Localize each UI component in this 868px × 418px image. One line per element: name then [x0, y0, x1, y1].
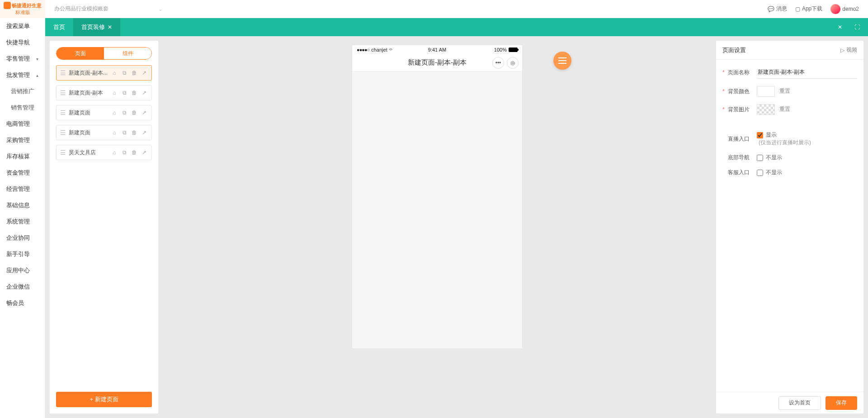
sidebar-item-wholesale[interactable]: 批发管理▴ [0, 67, 45, 83]
sidebar: 搜索菜单 快捷导航 零售管理▾ 批发管理▴ 营销推广 销售管理 电商管理 采购管… [0, 18, 45, 418]
seg-page[interactable]: 页面 [57, 48, 104, 59]
sidebar-item-basic[interactable]: 基础信息 [0, 197, 45, 214]
left-panel: 页面 组件 ☰ 新建页面-副本... ⌂ ⧉ 🗑 ↗ ☰ [50, 41, 158, 413]
tab-home[interactable]: 首页 [45, 18, 73, 36]
messages-label: 消息 [776, 5, 787, 13]
share-icon[interactable]: ↗ [141, 89, 148, 96]
sidebar-item-system[interactable]: 系统管理 [0, 214, 45, 230]
live-hint: (仅当进行直播时展示) [759, 139, 811, 146]
share-icon[interactable]: ↗ [141, 69, 148, 76]
page-item[interactable]: ☰ 新建页面 ⌂ ⧉ 🗑 ↗ [56, 125, 152, 140]
label-page-name: 页面名称 [728, 69, 757, 76]
delete-icon[interactable]: 🗑 [131, 109, 138, 116]
sidebar-item-retail[interactable]: 零售管理▾ [0, 51, 45, 67]
sidebar-item-wechat[interactable]: 企业微信 [0, 279, 45, 295]
set-home-button[interactable]: 设为首页 [778, 396, 821, 410]
close-icon[interactable]: ✕ [108, 24, 112, 30]
sidebar-item-marketing[interactable]: 营销推广 [0, 83, 45, 100]
copy-icon[interactable]: ⧉ [121, 89, 128, 96]
segment-control: 页面 组件 [56, 47, 152, 60]
home-icon[interactable]: ⌂ [111, 129, 118, 136]
delete-icon[interactable]: 🗑 [131, 149, 138, 156]
message-icon: 💬 [768, 6, 774, 12]
sidebar-item-inventory[interactable]: 库存核算 [0, 148, 45, 165]
bgcolor-reset[interactable]: 重置 [779, 88, 790, 94]
share-icon[interactable]: ↗ [141, 149, 148, 156]
home-icon[interactable]: ⌂ [111, 109, 118, 116]
sidebar-item-sales[interactable]: 销售管理 [0, 100, 45, 116]
home-icon[interactable]: ⌂ [111, 149, 118, 156]
home-icon[interactable]: ⌂ [111, 69, 118, 76]
sidebar-item-funds[interactable]: 资金管理 [0, 165, 45, 181]
video-help-link[interactable]: ▷视频 [840, 46, 857, 54]
bottomnav-checkbox[interactable]: 不显示 [757, 154, 857, 162]
account-selector[interactable]: 办公用品行业模拟账套 ⌄ [54, 5, 163, 13]
fullscreen-icon[interactable]: ⛶ [851, 21, 863, 33]
phone-body [352, 71, 522, 348]
tab-close-all[interactable]: ✕ [834, 21, 846, 33]
delete-icon[interactable]: 🗑 [131, 69, 138, 76]
more-icon[interactable]: ••• [492, 57, 504, 69]
logo: 畅捷通好生意 标准版 [0, 0, 45, 18]
play-icon: ▷ [840, 47, 844, 53]
bgcolor-swatch[interactable] [757, 86, 775, 97]
sidebar-item-collab[interactable]: 企业协同 [0, 230, 45, 246]
user-menu[interactable]: demo2 [830, 4, 859, 14]
fab-menu[interactable] [553, 52, 571, 70]
home-icon[interactable]: ⌂ [111, 89, 118, 96]
seg-component[interactable]: 组件 [104, 48, 151, 59]
label-live: 直播入口 [728, 135, 757, 143]
label-bgcolor: 背景颜色 [728, 88, 757, 95]
chevron-down-icon: ⌄ [158, 6, 163, 12]
new-page-button[interactable]: + 新建页面 [56, 392, 152, 407]
sidebar-item-member[interactable]: 畅会员 [0, 295, 45, 311]
delete-icon[interactable]: 🗑 [131, 129, 138, 136]
label-cs: 客服入口 [728, 169, 757, 176]
drag-handle-icon[interactable]: ☰ [60, 69, 66, 76]
page-item[interactable]: ☰ 新建页面 ⌂ ⧉ 🗑 ↗ [56, 105, 152, 120]
topbar: 畅捷通好生意 标准版 办公用品行业模拟账套 ⌄ 💬消息 ▢App下载 demo2 [0, 0, 868, 18]
app-download-label: App下载 [802, 5, 822, 13]
sidebar-item-apps[interactable]: 应用中心 [0, 262, 45, 279]
drag-handle-icon[interactable]: ☰ [60, 89, 66, 96]
tab-decoration[interactable]: 首页装修✕ [73, 18, 120, 36]
bgimage-reset[interactable]: 重置 [779, 106, 790, 112]
copy-icon[interactable]: ⧉ [121, 109, 128, 116]
sidebar-item-guide[interactable]: 新手引导 [0, 246, 45, 262]
phone-preview: ●●●●○chanjet⌔ 9:41 AM 100% 新建页面-副本-副本 ••… [352, 45, 522, 348]
copy-icon[interactable]: ⧉ [121, 129, 128, 136]
delete-icon[interactable]: 🗑 [131, 89, 138, 96]
copy-icon[interactable]: ⧉ [121, 149, 128, 156]
cs-checkbox[interactable]: 不显示 [757, 169, 857, 176]
phone-title: 新建页面-副本-副本 [408, 58, 467, 67]
panel-title: 页面设置 [722, 46, 746, 54]
share-icon[interactable]: ↗ [141, 129, 148, 136]
bgimage-swatch[interactable] [757, 104, 775, 115]
drag-handle-icon[interactable]: ☰ [60, 149, 66, 156]
page-item[interactable]: ☰ 新建页面-副本 ⌂ ⧉ 🗑 ↗ [56, 85, 152, 100]
canvas: ●●●●○chanjet⌔ 9:41 AM 100% 新建页面-副本-副本 ••… [163, 41, 712, 413]
live-checkbox[interactable]: 显示 [757, 131, 857, 139]
save-button[interactable]: 保存 [826, 396, 857, 410]
app-download-link[interactable]: ▢App下载 [795, 5, 822, 13]
caret-up-icon: ▴ [36, 73, 38, 78]
sidebar-item-purchase[interactable]: 采购管理 [0, 132, 45, 148]
drag-handle-icon[interactable]: ☰ [60, 129, 66, 136]
page-item[interactable]: ☰ 昊天文具店 ⌂ ⧉ 🗑 ↗ [56, 145, 152, 160]
phone-navbar: 新建页面-副本-副本 ••• ◎ [352, 54, 522, 71]
sidebar-item-ecommerce[interactable]: 电商管理 [0, 116, 45, 132]
drag-handle-icon[interactable]: ☰ [60, 109, 66, 116]
sidebar-item-quicknav[interactable]: 快捷导航 [0, 34, 45, 51]
target-icon[interactable]: ◎ [507, 57, 519, 69]
copy-icon[interactable]: ⧉ [121, 69, 128, 76]
page-name-input[interactable] [757, 66, 857, 79]
right-panel: 页面设置 ▷视频 *页面名称 *背景颜色 重置 *背景图片 [716, 41, 863, 413]
tab-bar: 首页 首页装修✕ ✕ ⛶ [45, 18, 868, 36]
sidebar-item-operation[interactable]: 经营管理 [0, 181, 45, 197]
page-item-title: 新建页面 [69, 129, 108, 137]
messages-link[interactable]: 💬消息 [768, 5, 787, 13]
page-list: ☰ 新建页面-副本... ⌂ ⧉ 🗑 ↗ ☰ 新建页面-副本 ⌂ ⧉ [50, 65, 158, 387]
share-icon[interactable]: ↗ [141, 109, 148, 116]
sidebar-item-search[interactable]: 搜索菜单 [0, 18, 45, 34]
page-item[interactable]: ☰ 新建页面-副本... ⌂ ⧉ 🗑 ↗ [56, 65, 152, 81]
